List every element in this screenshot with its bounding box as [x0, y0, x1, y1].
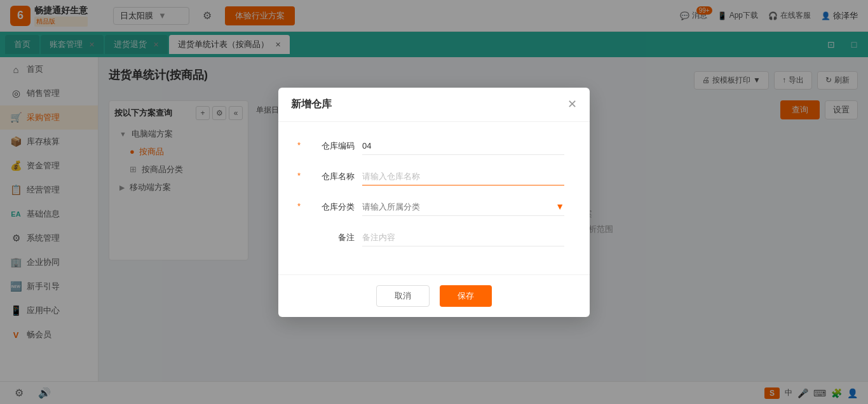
warehouse-category-row: 仓库分类 ▼	[304, 198, 564, 216]
remark-label: 备注	[304, 232, 355, 243]
add-warehouse-modal: 新增仓库 ✕ 仓库编码 仓库名称 仓库分类 ▼	[278, 88, 590, 317]
code-label: 仓库编码	[304, 140, 355, 152]
category-dropdown-arrow[interactable]: ▼	[555, 201, 564, 212]
remark-input[interactable]	[362, 229, 564, 246]
modal-header: 新增仓库 ✕	[278, 88, 590, 122]
warehouse-name-row: 仓库名称	[304, 168, 564, 185]
cancel-button[interactable]: 取消	[376, 285, 430, 307]
category-select-row: ▼	[362, 198, 564, 216]
modal-body: 仓库编码 仓库名称 仓库分类 ▼ 备注	[278, 122, 590, 274]
warehouse-code-input[interactable]	[362, 137, 564, 155]
modal-close-button[interactable]: ✕	[567, 98, 577, 110]
category-input[interactable]	[362, 198, 555, 215]
modal-title: 新增仓库	[291, 98, 332, 111]
modal-overlay: 新增仓库 ✕ 仓库编码 仓库名称 仓库分类 ▼	[0, 0, 868, 404]
warehouse-code-row: 仓库编码	[304, 137, 564, 155]
save-button[interactable]: 保存	[440, 285, 492, 307]
modal-footer: 取消 保存	[278, 274, 590, 317]
warehouse-name-input[interactable]	[362, 168, 564, 185]
remark-row: 备注	[304, 229, 564, 246]
category-label: 仓库分类	[304, 201, 355, 213]
name-label: 仓库名称	[304, 171, 355, 182]
